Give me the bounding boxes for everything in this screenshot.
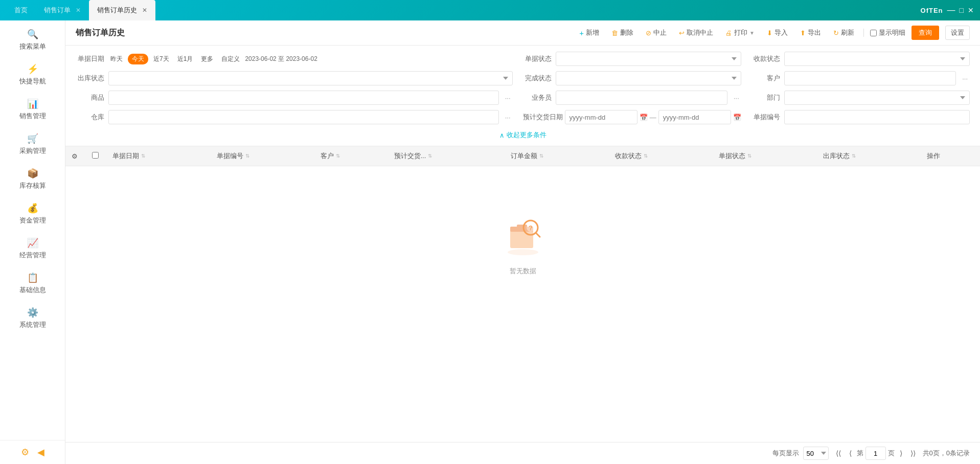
col-order-status-sort[interactable]: 单据状态 ⇅ xyxy=(719,151,811,161)
sidebar-item-search[interactable]: 🔍 搜索菜单 xyxy=(0,23,65,57)
table-header: ⚙ 单据日期 ⇅ 单据编号 xyxy=(65,146,980,166)
expected-date-label: 预计交货日期 xyxy=(523,113,563,122)
expected-date-start-input[interactable] xyxy=(565,110,637,124)
print-btn[interactable]: 🖨 打印 ▼ xyxy=(722,26,758,39)
date-custom-btn[interactable]: 自定义 xyxy=(218,54,243,64)
tab-sales-order-history[interactable]: 销售订单历史 ✕ xyxy=(89,0,155,20)
col-order-status: 单据状态 ⇅ xyxy=(713,146,817,166)
import-icon: ⬇ xyxy=(767,29,772,37)
page-input[interactable]: 1 xyxy=(865,447,886,460)
date-7days-btn[interactable]: 近7天 xyxy=(150,54,172,64)
per-page-label: 每页显示 xyxy=(772,449,799,458)
last-page-btn[interactable]: ⟩⟩ xyxy=(907,448,919,458)
payment-status-select[interactable] xyxy=(784,52,970,66)
calendar-start-icon[interactable]: 📅 xyxy=(640,114,648,121)
collapse-row[interactable]: ∧ 收起更多条件 xyxy=(76,129,970,140)
cancel-stop-btn[interactable]: ↩ 取消中止 xyxy=(676,26,716,39)
per-page-select[interactable]: 50 10 20 100 xyxy=(803,447,829,460)
date-today-btn[interactable]: 今天 xyxy=(128,54,148,64)
date-more-btn[interactable]: 更多 xyxy=(198,54,216,64)
empty-illustration: ? xyxy=(497,207,549,258)
stop-btn[interactable]: ⊘ 中止 xyxy=(643,26,670,39)
delivery-status-select[interactable] xyxy=(108,71,513,85)
query-btn[interactable]: 查询 xyxy=(911,26,939,40)
refresh-btn[interactable]: ↻ 刷新 xyxy=(830,26,857,39)
export-btn[interactable]: ⬆ 导出 xyxy=(797,26,824,39)
order-no-label: 单据编号 xyxy=(751,113,780,122)
sidebar-item-purchase[interactable]: 🛒 采购管理 xyxy=(0,127,65,162)
completion-status-select[interactable] xyxy=(556,71,741,85)
product-ellipsis-btn[interactable]: ··· xyxy=(503,94,513,102)
table-select-all-checkbox[interactable] xyxy=(92,152,99,159)
sidebar-item-system-label: 系统管理 xyxy=(19,320,46,329)
sidebar-item-system[interactable]: ⚙️ 系统管理 xyxy=(0,301,65,336)
salesperson-ellipsis-btn[interactable]: ··· xyxy=(732,94,741,102)
sidebar-item-quick-nav[interactable]: ⚡ 快捷导航 xyxy=(0,57,65,92)
col-expected-delivery-sort[interactable]: 预计交货... ⇅ xyxy=(394,151,499,161)
salesperson-input[interactable] xyxy=(556,91,727,105)
prev-page-btn[interactable]: ⟨ xyxy=(846,448,855,458)
delete-btn[interactable]: 🗑 删除 xyxy=(608,26,636,39)
top-bar: 首页 销售订单 ✕ 销售订单历史 ✕ OfTEn — □ ✕ xyxy=(0,0,980,20)
collapse-sidebar-icon[interactable]: ◀ xyxy=(37,447,44,458)
sidebar-item-inventory[interactable]: 📦 库存核算 xyxy=(0,162,65,196)
expected-date-end-input[interactable] xyxy=(658,110,731,124)
operations-icon: 📈 xyxy=(27,237,38,249)
customer-input[interactable] xyxy=(784,71,956,85)
col-amount: 订单金额 ⇅ xyxy=(505,146,609,166)
date-yesterday-btn[interactable]: 昨天 xyxy=(107,54,126,64)
filter-group-date: 单据日期 昨天 今天 近7天 近1月 更多 自定义 2023-06-02 至 2… xyxy=(76,54,513,64)
filter-group-payment-status: 收款状态 xyxy=(751,52,970,66)
order-status-label: 单据状态 xyxy=(523,54,552,63)
col-amount-sort[interactable]: 订单金额 ⇅ xyxy=(511,151,603,161)
page-label: 第 xyxy=(857,449,863,458)
tab-sales-order-close[interactable]: ✕ xyxy=(76,7,81,14)
table-settings-icon[interactable]: ⚙ xyxy=(72,152,78,160)
display-dense-checkbox-group[interactable]: 显示明细 xyxy=(870,28,905,37)
col-date-sort[interactable]: 单据日期 ⇅ xyxy=(112,151,204,161)
window-minimize-btn[interactable]: — xyxy=(947,6,955,15)
sidebar-bottom: ⚙ ◀ xyxy=(0,440,65,464)
settings-bottom-icon[interactable]: ⚙ xyxy=(21,447,29,458)
sidebar-item-operations[interactable]: 📈 经营管理 xyxy=(0,231,65,266)
quick-nav-icon: ⚡ xyxy=(27,63,38,75)
display-dense-checkbox[interactable] xyxy=(870,30,877,36)
col-date: 单据日期 ⇅ xyxy=(106,146,211,166)
sidebar-item-basic-info[interactable]: 📋 基础信息 xyxy=(0,266,65,301)
sort-icon-order-status: ⇅ xyxy=(747,153,751,159)
sidebar-item-search-label: 搜索菜单 xyxy=(19,42,46,51)
import-btn[interactable]: ⬇ 导入 xyxy=(764,26,791,39)
calendar-end-icon[interactable]: 📅 xyxy=(733,114,741,121)
order-status-select[interactable] xyxy=(556,52,741,66)
toolbar-separator xyxy=(863,29,864,37)
order-no-input[interactable] xyxy=(784,110,970,124)
first-page-btn[interactable]: ⟨⟨ xyxy=(833,448,844,458)
customer-ellipsis-btn[interactable]: ··· xyxy=(960,75,970,82)
col-delivery-status-sort[interactable]: 出库状态 ⇅ xyxy=(823,151,915,161)
sidebar-item-sales[interactable]: 📊 销售管理 xyxy=(0,92,65,127)
window-close-btn[interactable]: ✕ xyxy=(968,6,974,14)
warehouse-input[interactable] xyxy=(108,110,499,124)
tab-sales-order-history-close[interactable]: ✕ xyxy=(142,7,147,14)
sidebar-item-finance[interactable]: 💰 资金管理 xyxy=(0,196,65,231)
window-maximize-btn[interactable]: □ xyxy=(960,6,964,14)
sort-icon-amount: ⇅ xyxy=(539,153,543,159)
add-btn[interactable]: + 新增 xyxy=(576,26,602,39)
content-area: 销售订单历史 + 新增 🗑 删除 ⊘ 中止 ↩ 取消中止 xyxy=(65,20,980,464)
col-order-no: 单据编号 ⇅ xyxy=(211,146,315,166)
filter-row-4: 仓库 ··· 预计交货日期 📅 — 📅 单据编号 xyxy=(76,110,970,124)
warehouse-ellipsis-btn[interactable]: ··· xyxy=(503,114,513,121)
settings-btn[interactable]: 设置 xyxy=(945,26,970,40)
display-dense-label: 显示明细 xyxy=(879,28,905,37)
tab-sales-order[interactable]: 销售订单 ✕ xyxy=(36,0,89,20)
department-select[interactable] xyxy=(784,91,970,105)
product-input[interactable] xyxy=(108,91,499,105)
next-page-btn[interactable]: ⟩ xyxy=(897,448,905,458)
date-1month-btn[interactable]: 近1月 xyxy=(174,54,196,64)
col-order-no-sort[interactable]: 单据编号 ⇅ xyxy=(217,151,309,161)
salesperson-label: 业务员 xyxy=(523,93,552,102)
finance-icon: 💰 xyxy=(27,203,38,214)
col-customer-sort[interactable]: 客户 ⇅ xyxy=(321,151,381,161)
col-payment-status-sort[interactable]: 收款状态 ⇅ xyxy=(615,151,707,161)
tab-home[interactable]: 首页 xyxy=(6,0,36,20)
